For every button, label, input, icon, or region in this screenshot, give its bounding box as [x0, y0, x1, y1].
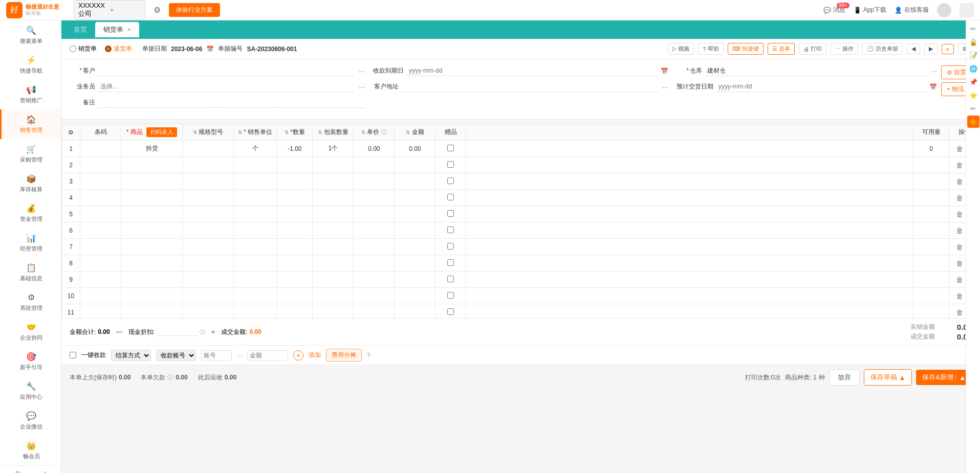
radio-sale[interactable]: 销货单 [70, 44, 97, 53]
row-price[interactable] [354, 190, 395, 206]
tab-sale-order[interactable]: 销货单 × [95, 22, 139, 37]
row-product[interactable] [121, 288, 183, 304]
scan-btn[interactable]: 扫码录入 [146, 127, 177, 137]
toolbar-history[interactable]: 🕐 历史单据 [862, 43, 903, 55]
row-unit[interactable] [234, 272, 277, 288]
row-price[interactable] [354, 272, 395, 288]
right-panel-btn-1[interactable]: ✏ [967, 22, 979, 35]
row-amount[interactable] [395, 157, 435, 173]
row-qty[interactable] [277, 255, 313, 272]
right-panel-btn-5[interactable]: 📌 [967, 76, 979, 88]
row-pkg[interactable] [313, 304, 354, 319]
radio-return-input[interactable] [105, 46, 112, 52]
right-panel-btn-7[interactable]: ✏ [967, 102, 979, 115]
company-selector[interactable]: XXXXXX公司 ▾ [74, 0, 145, 20]
row-amount[interactable] [395, 206, 435, 222]
row-pkg[interactable] [313, 173, 354, 190]
row-barcode[interactable] [80, 157, 121, 173]
row-unit[interactable]: 个 [234, 141, 277, 157]
sidebar-item-appstore[interactable]: 🔧 应用中心 [0, 376, 61, 406]
sidebar-item-inventory[interactable]: 📦 库存核算 [0, 169, 61, 198]
row-unit[interactable] [234, 222, 277, 239]
row-price[interactable]: 0.00 [354, 141, 395, 157]
delete-row-icon[interactable]: 🗑 [956, 194, 963, 202]
delete-row-icon[interactable]: 🗑 [956, 210, 963, 218]
account-picker-icon[interactable]: ··· [237, 352, 242, 359]
delete-row-icon[interactable]: 🗑 [956, 292, 963, 300]
delete-row-icon[interactable]: 🗑 [956, 227, 963, 235]
sidebar-item-sales[interactable]: 🏠 销售管理 [0, 109, 61, 139]
row-barcode[interactable] [80, 255, 121, 272]
row-unit[interactable] [234, 190, 277, 206]
expected-date-input[interactable] [716, 81, 926, 92]
expected-date-cal-icon[interactable]: 📅 [929, 83, 937, 91]
toolbar-shortcut[interactable]: ⌨ 快捷键 [728, 43, 764, 55]
row-qty[interactable] [277, 272, 313, 288]
row-pkg[interactable] [313, 288, 354, 304]
right-panel-btn-4[interactable]: 🌐 [967, 62, 979, 75]
delete-row-icon[interactable]: 🗑 [956, 308, 963, 317]
warehouse-input[interactable] [705, 65, 926, 76]
row-pkg[interactable] [313, 206, 354, 222]
payment-due-cal-icon[interactable]: 📅 [661, 67, 668, 75]
app-download-button[interactable]: 📱 App下载 [854, 6, 886, 14]
tab-close-icon[interactable]: × [127, 26, 132, 33]
row-amount[interactable] [395, 239, 435, 255]
row-gift[interactable] [435, 141, 466, 157]
row-barcode[interactable] [80, 173, 121, 190]
row-product[interactable] [121, 255, 183, 272]
right-panel-btn-8[interactable]: 🔶 [967, 116, 979, 128]
row-pkg[interactable] [313, 157, 354, 173]
account-number-input[interactable] [201, 350, 232, 361]
row-qty[interactable] [277, 173, 313, 190]
row-gift[interactable] [435, 288, 466, 304]
row-spec[interactable] [183, 206, 234, 222]
row-pkg[interactable] [313, 255, 354, 272]
row-unit[interactable] [234, 173, 277, 190]
row-price[interactable] [354, 288, 395, 304]
row-pkg[interactable] [313, 239, 354, 255]
row-unit[interactable] [234, 304, 277, 319]
right-panel-btn-6[interactable]: ⭐ [967, 89, 979, 101]
row-amount[interactable] [395, 222, 435, 239]
row-pkg[interactable]: 1个 [313, 141, 354, 157]
row-spec[interactable] [183, 222, 234, 239]
row-unit[interactable] [234, 255, 277, 272]
row-gift[interactable] [435, 272, 466, 288]
sidebar-item-quick-nav[interactable]: ⚡ 快捷导航 [0, 50, 61, 80]
payment-amount-input[interactable] [247, 350, 288, 361]
settlement-select[interactable]: 结算方式 [111, 350, 151, 361]
customer-picker-icon[interactable]: ··· [359, 67, 365, 75]
row-barcode[interactable] [80, 272, 121, 288]
row-amount[interactable] [395, 304, 435, 319]
row-amount[interactable] [395, 255, 435, 272]
row-spec[interactable] [183, 255, 234, 272]
salesman-input[interactable] [98, 81, 354, 92]
row-barcode[interactable] [80, 239, 121, 255]
row-product[interactable] [121, 272, 183, 288]
row-gift[interactable] [435, 173, 466, 190]
row-spec[interactable] [183, 173, 234, 190]
row-qty[interactable] [277, 288, 313, 304]
one-click-checkbox[interactable] [70, 352, 76, 358]
row-pkg[interactable] [313, 272, 354, 288]
toolbar-print[interactable]: 🖨 打印 [799, 43, 826, 55]
notes-input[interactable] [98, 97, 365, 108]
right-panel-btn-3[interactable]: 📝 [967, 49, 979, 61]
expense-split-btn[interactable]: 费用分摊 [326, 349, 362, 362]
row-product[interactable] [121, 190, 183, 206]
row-qty[interactable] [277, 206, 313, 222]
row-gift[interactable] [435, 190, 466, 206]
sidebar-item-enterprise[interactable]: 🤝 企业协同 [0, 317, 61, 347]
save-new-dropdown-icon[interactable]: ▲ [955, 374, 966, 381]
sidebar-collapse-icon[interactable]: ◁ [41, 470, 46, 473]
warehouse-picker-icon[interactable]: ··· [931, 67, 937, 75]
row-barcode[interactable] [80, 190, 121, 206]
row-pkg[interactable] [313, 222, 354, 239]
radio-return[interactable]: 退货单 [105, 44, 132, 53]
th-config[interactable]: ⚙ [62, 124, 80, 141]
row-gift[interactable] [435, 304, 466, 319]
salesman-picker-icon[interactable]: ··· [359, 83, 365, 91]
row-spec[interactable] [183, 272, 234, 288]
settings-icon[interactable]: ⚙ [149, 3, 165, 18]
